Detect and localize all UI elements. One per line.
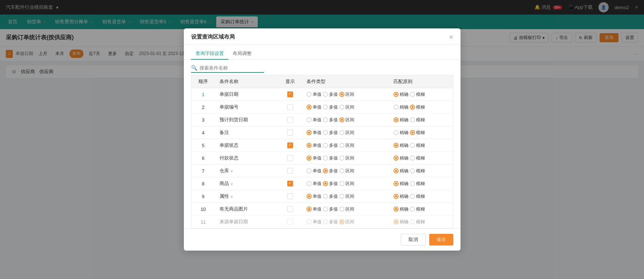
radio-match-模糊-0[interactable]: 模糊 xyxy=(410,91,425,98)
cell-display-2[interactable] xyxy=(278,114,302,126)
dialog-search-input[interactable] xyxy=(199,65,264,71)
table-row: 4备注单值多值区间精确模糊 xyxy=(191,126,453,134)
checkbox-display-3[interactable] xyxy=(287,130,293,134)
cell-type-1: 单值多值区间 xyxy=(302,101,389,114)
radio-circle-1 xyxy=(307,105,312,110)
radio-match-精确-3[interactable]: 精确 xyxy=(394,130,408,134)
radio-label-1: 单值 xyxy=(313,104,321,110)
cell-display-0[interactable] xyxy=(278,88,302,101)
radio-label-3: 区间 xyxy=(345,130,354,134)
radio-circle-2 xyxy=(323,117,328,122)
radio-type-区间-0[interactable]: 区间 xyxy=(339,91,354,98)
radio-label-3: 多值 xyxy=(329,130,338,134)
radio-circle-3 xyxy=(323,130,328,134)
radio-type-单值-1[interactable]: 单值 xyxy=(307,104,321,110)
cell-display-1[interactable] xyxy=(278,101,302,114)
col-header-match: 匹配原则 xyxy=(389,75,453,88)
radio-match-circle-0 xyxy=(410,92,415,97)
radio-match-circle-1 xyxy=(410,105,415,110)
checkbox-display-0[interactable] xyxy=(287,91,293,97)
dialog-overlay: 设置查询区域布局 × 查询字段设置 布局调整 🔍 xyxy=(0,0,644,134)
radio-match-circle-0 xyxy=(394,92,399,97)
radio-match-label-3: 模糊 xyxy=(416,130,425,134)
radio-match-circle-3 xyxy=(394,130,399,134)
dialog-header: 设置查询区域布局 × xyxy=(184,28,461,44)
radio-match-circle-2 xyxy=(394,117,399,122)
radio-match-label-0: 精确 xyxy=(400,91,408,98)
dialog-close-btn[interactable]: × xyxy=(449,34,453,40)
cell-name-1: 单据编号 xyxy=(215,101,278,114)
radio-type-区间-3[interactable]: 区间 xyxy=(339,130,354,134)
radio-match-label-1: 模糊 xyxy=(416,104,425,110)
radio-match-模糊-3[interactable]: 模糊 xyxy=(410,130,425,134)
checkbox-display-2[interactable] xyxy=(287,117,293,123)
radio-label-2: 区间 xyxy=(345,117,354,123)
radio-type-区间-2[interactable]: 区间 xyxy=(339,117,354,123)
dialog-title: 设置查询区域布局 xyxy=(191,34,235,40)
col-header-order: 顺序 xyxy=(191,75,215,88)
cell-type-3: 单值多值区间 xyxy=(302,126,389,134)
cell-match-3: 精确模糊 xyxy=(389,126,453,134)
radio-match-label-2: 模糊 xyxy=(416,117,425,123)
table-row: 2单据编号单值多值区间精确模糊 xyxy=(191,101,453,114)
radio-type-单值-3[interactable]: 单值 xyxy=(307,130,321,134)
cell-order-1: 2 xyxy=(191,101,215,114)
dialog-tab-layout-label: 布局调整 xyxy=(233,51,252,56)
radio-label-1: 区间 xyxy=(345,104,354,110)
radio-circle-3 xyxy=(307,130,312,134)
cell-name-3: 备注 xyxy=(215,126,278,134)
radio-match-模糊-2[interactable]: 模糊 xyxy=(410,117,425,123)
search-icon: 🔍 xyxy=(191,65,197,71)
radio-type-多值-1[interactable]: 多值 xyxy=(323,104,338,110)
radio-circle-0 xyxy=(339,92,344,97)
dialog-tab-query-fields[interactable]: 查询字段设置 xyxy=(191,48,228,60)
settings-dialog: 设置查询区域布局 × 查询字段设置 布局调整 🔍 xyxy=(184,28,461,134)
dialog-table-head: 顺序 条件名称 显示 条件类型 匹配原则 xyxy=(191,75,453,88)
radio-match-label-0: 模糊 xyxy=(416,91,425,98)
dialog-tab-layout[interactable]: 布局调整 xyxy=(228,48,256,60)
checkbox-display-1[interactable] xyxy=(287,104,293,110)
radio-type-多值-0[interactable]: 多值 xyxy=(323,91,338,98)
dialog-body: 查询字段设置 布局调整 🔍 顺序 条 xyxy=(184,44,461,134)
radio-label-1: 多值 xyxy=(329,104,338,110)
cell-type-2: 单值多值区间 xyxy=(302,114,389,126)
radio-match-label-1: 精确 xyxy=(400,104,408,110)
radio-match-circle-2 xyxy=(410,117,415,122)
cell-name-2: 预计到货日期 xyxy=(215,114,278,126)
radio-match-circle-1 xyxy=(394,105,399,110)
radio-circle-2 xyxy=(339,117,344,122)
radio-label-3: 单值 xyxy=(313,130,321,134)
radio-match-label-2: 精确 xyxy=(400,117,408,123)
col-header-name: 条件名称 xyxy=(215,75,278,88)
radio-circle-1 xyxy=(339,105,344,110)
cell-match-2: 精确模糊 xyxy=(389,114,453,126)
radio-circle-1 xyxy=(323,105,328,110)
col-header-type: 条件类型 xyxy=(302,75,389,88)
radio-circle-0 xyxy=(323,92,328,97)
radio-label-2: 单值 xyxy=(313,117,321,123)
radio-match-精确-0[interactable]: 精确 xyxy=(394,91,408,98)
radio-match-label-3: 精确 xyxy=(400,130,408,134)
table-row: 1单据日期单值多值区间精确模糊 xyxy=(191,88,453,101)
cell-match-1: 精确模糊 xyxy=(389,101,453,114)
radio-match-精确-2[interactable]: 精确 xyxy=(394,117,408,123)
dialog-search-area: 🔍 xyxy=(184,60,461,75)
radio-label-0: 多值 xyxy=(329,91,338,98)
radio-type-单值-2[interactable]: 单值 xyxy=(307,117,321,123)
radio-circle-3 xyxy=(339,130,344,134)
radio-label-2: 多值 xyxy=(329,117,338,123)
radio-label-0: 单值 xyxy=(313,91,321,98)
radio-match-模糊-1[interactable]: 模糊 xyxy=(410,104,425,110)
dialog-table-body: 1单据日期单值多值区间精确模糊2单据编号单值多值区间精确模糊3预计到货日期单值多… xyxy=(191,88,453,134)
col-header-display: 显示 xyxy=(278,75,302,88)
radio-type-多值-3[interactable]: 多值 xyxy=(323,130,338,134)
cell-type-0: 单值多值区间 xyxy=(302,88,389,101)
radio-type-区间-1[interactable]: 区间 xyxy=(339,104,354,110)
radio-match-精确-1[interactable]: 精确 xyxy=(394,104,408,110)
radio-type-多值-2[interactable]: 多值 xyxy=(323,117,338,123)
radio-circle-0 xyxy=(307,92,312,97)
radio-match-circle-3 xyxy=(410,130,415,134)
radio-type-单值-0[interactable]: 单值 xyxy=(307,91,321,98)
cell-order-3: 4 xyxy=(191,126,215,134)
cell-display-3[interactable] xyxy=(278,126,302,134)
